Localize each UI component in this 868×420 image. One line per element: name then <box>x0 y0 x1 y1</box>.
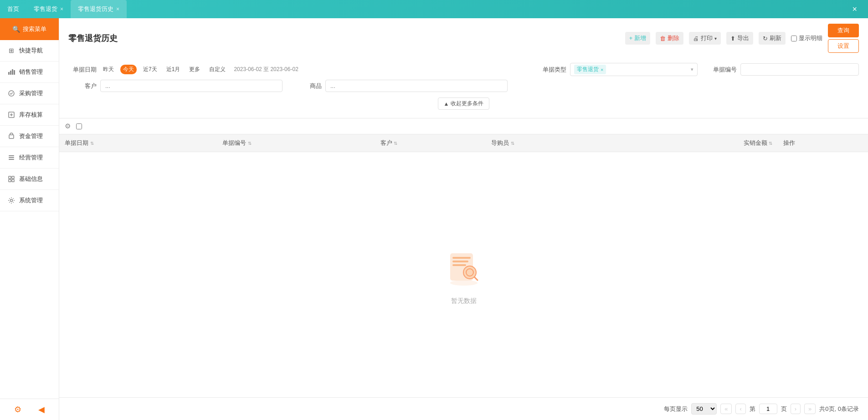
empty-state: 暂无数据 <box>59 152 868 397</box>
sidebar: 🔍 搜索菜单 ⊞ 快捷导航 销售管理 采购管理 库存核算 <box>0 18 59 420</box>
tab-retail-return-label: 零售退货 <box>34 5 57 13</box>
new-button[interactable]: + 新增 <box>625 32 650 45</box>
collapse-btn-wrap: ▲ 收起更多条件 <box>68 96 859 113</box>
table-settings-icon[interactable]: ⚙ <box>65 122 71 130</box>
settings-bottom-icon[interactable]: ⚙ <box>14 405 21 415</box>
sidebar-item-inventory-label: 库存核算 <box>19 111 43 119</box>
voucher-type-remove[interactable]: × <box>601 67 603 72</box>
date-filter-label: 单据日期 <box>68 66 100 74</box>
show-detail-checkbox[interactable] <box>791 36 797 41</box>
search-icon: 🔍 <box>12 26 20 33</box>
voucher-type-input[interactable]: 零售退货 × ▾ <box>570 63 698 76</box>
sidebar-item-operations[interactable]: 经营管理 <box>0 147 59 169</box>
refresh-button[interactable]: ↻ 刷新 <box>759 32 786 45</box>
show-detail-toggle[interactable]: 显示明细 <box>791 34 822 42</box>
sidebar-item-inventory[interactable]: 库存核算 <box>0 104 59 126</box>
tab-retail-return[interactable]: 零售退货 × <box>26 0 71 18</box>
sidebar-item-quick-nav[interactable]: ⊞ 快捷导航 <box>0 40 59 61</box>
date-btn-yesterday[interactable]: 昨天 <box>100 65 117 74</box>
date-btn-today[interactable]: 今天 <box>120 65 137 74</box>
empty-state-icon <box>441 244 487 290</box>
sidebar-search-label: 搜索菜单 <box>23 25 46 33</box>
delete-label: 删除 <box>668 34 679 42</box>
export-button[interactable]: ⬆ 导出 <box>726 32 753 45</box>
refresh-label: 刷新 <box>770 34 781 42</box>
customer-input[interactable] <box>100 80 282 92</box>
collapse-sidebar-icon[interactable]: ◀ <box>38 405 45 415</box>
date-btn-7days[interactable]: 近7天 <box>140 65 160 74</box>
tab-home[interactable]: 首页 <box>0 0 26 18</box>
date-btn-more[interactable]: 更多 <box>186 65 203 74</box>
quick-nav-icon: ⊞ <box>7 46 15 55</box>
finance-icon <box>7 132 15 140</box>
col-guide[interactable]: 导购员 <box>486 134 620 152</box>
purchase-mgmt-icon <box>7 89 15 97</box>
goods-input[interactable] <box>325 80 508 92</box>
refresh-icon: ↻ <box>763 35 768 42</box>
filter-row-1: 单据日期 昨天 今天 近7天 近1月 更多 自定义 2023-06-02 至 2… <box>68 63 859 76</box>
print-icon: 🖨 <box>693 35 699 42</box>
customer-filter-label: 客户 <box>68 82 100 90</box>
svg-rect-17 <box>452 257 471 259</box>
svg-rect-12 <box>9 179 11 182</box>
sidebar-item-finance-label: 资金管理 <box>19 132 43 140</box>
collapse-button[interactable]: ▲ 收起更多条件 <box>438 97 490 110</box>
sidebar-item-purchase-label: 采购管理 <box>19 89 43 97</box>
tab-retail-return-history-close[interactable]: × <box>116 6 119 12</box>
query-settings-group: 查询 设置 <box>828 24 859 53</box>
prev-page-button[interactable]: ‹ <box>735 404 745 414</box>
total-records-text: 共0页, 0条记录 <box>819 405 859 413</box>
sidebar-item-sales-mgmt[interactable]: 销售管理 <box>0 61 59 83</box>
svg-rect-11 <box>12 176 14 179</box>
voucher-type-tag: 零售退货 × <box>574 65 606 74</box>
system-mgmt-icon <box>7 196 15 205</box>
page-number-input[interactable] <box>759 404 777 414</box>
first-page-button[interactable]: « <box>720 404 732 414</box>
page-size-label: 每页显示 <box>664 405 688 413</box>
tab-retail-return-close[interactable]: × <box>60 6 63 12</box>
col-amount[interactable]: 实销金额 <box>620 134 778 152</box>
delete-button[interactable]: 🗑 删除 <box>656 32 683 45</box>
col-date[interactable]: 单据日期 <box>59 134 217 152</box>
svg-rect-1 <box>10 71 11 75</box>
query-button[interactable]: 查询 <box>828 24 859 37</box>
last-page-button[interactable]: » <box>804 404 816 414</box>
sidebar-item-purchase-mgmt[interactable]: 采购管理 <box>0 83 59 104</box>
print-button[interactable]: 🖨 打印 ▾ <box>689 32 721 45</box>
voucher-type-label: 单据类型 <box>538 66 570 74</box>
sidebar-item-basic-info-label: 基础信息 <box>19 175 43 183</box>
sidebar-search[interactable]: 🔍 搜索菜单 <box>0 18 59 40</box>
tab-retail-return-history-label: 零售退货历史 <box>78 5 113 13</box>
sidebar-bottom: ⚙ ◀ <box>0 399 59 420</box>
collapse-icon: ▲ <box>444 101 449 107</box>
tab-retail-return-history[interactable]: 零售退货历史 × <box>71 0 127 18</box>
svg-rect-13 <box>12 179 14 182</box>
next-page-button[interactable]: › <box>791 404 801 414</box>
sidebar-item-operations-label: 经营管理 <box>19 154 43 162</box>
col-customer[interactable]: 客户 <box>375 134 486 152</box>
select-all-checkbox[interactable] <box>76 123 82 129</box>
settings-button[interactable]: 设置 <box>828 39 859 53</box>
svg-line-22 <box>474 277 478 280</box>
sales-mgmt-icon <box>7 68 15 76</box>
table-toolbar: ⚙ <box>59 118 868 134</box>
sidebar-item-system-mgmt[interactable]: 系统管理 <box>0 190 59 211</box>
sidebar-item-basic-info[interactable]: 基础信息 <box>0 169 59 190</box>
sidebar-item-sales-label: 销售管理 <box>19 68 43 76</box>
print-dropdown-icon: ▾ <box>714 36 717 41</box>
date-btn-1month[interactable]: 近1月 <box>164 65 183 74</box>
voucher-number-input[interactable] <box>740 63 859 76</box>
col-number[interactable]: 单据编号 <box>217 134 375 152</box>
sidebar-item-finance[interactable]: 资金管理 <box>0 126 59 147</box>
export-icon: ⬆ <box>730 35 735 42</box>
page-size-select[interactable]: 50 10 20 100 <box>691 403 717 415</box>
window-close-button[interactable]: × <box>848 3 861 16</box>
delete-icon: 🗑 <box>660 35 666 42</box>
show-detail-label: 显示明细 <box>799 34 822 42</box>
goods-filter-label: 商品 <box>293 82 325 90</box>
voucher-type-value: 零售退货 <box>577 66 599 73</box>
svg-point-15 <box>450 280 478 286</box>
page-title-bar: 零售退货历史 + 新增 🗑 删除 🖨 打印 ▾ ⬆ 导出 <box>68 24 859 53</box>
date-btn-custom[interactable]: 自定义 <box>206 65 228 74</box>
voucher-type-dropdown-arrow[interactable]: ▾ <box>691 67 693 72</box>
